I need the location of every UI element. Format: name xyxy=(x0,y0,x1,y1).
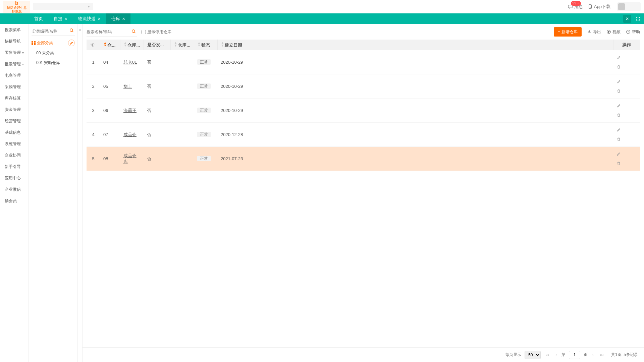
page-next-button[interactable]: › xyxy=(591,353,595,357)
sidebar-item[interactable]: 新手引导 xyxy=(0,161,29,172)
sidebar-item[interactable]: 采购管理 xyxy=(0,81,29,93)
col-deliverable[interactable]: 是否发... xyxy=(144,40,170,50)
sidebar-item-label: 企业协同 xyxy=(5,153,21,158)
company-selector[interactable]: ▾ xyxy=(33,3,93,10)
tab-label: 自提 xyxy=(54,16,62,22)
sidebar-item[interactable]: 资金管理 xyxy=(0,104,29,115)
table-row[interactable]: 104总仓01否正常2020-10-29 xyxy=(87,50,640,74)
warehouse-link[interactable]: 成品仓库 xyxy=(123,153,137,164)
sidebar-item[interactable]: 应用中心 xyxy=(0,172,29,184)
sidebar-item[interactable]: 批发管理▾ xyxy=(0,58,29,70)
plus-icon: + xyxy=(558,29,560,34)
sidebar-item[interactable]: 经营管理 xyxy=(0,115,29,127)
main-sidebar: 搜索菜单快捷导航零售管理▾批发管理▾电商管理采购管理库存核算资金管理经营管理基础… xyxy=(0,24,29,362)
col-name[interactable]: ▲▼仓库... xyxy=(120,40,144,50)
close-icon[interactable]: ✕ xyxy=(64,17,67,21)
video-button[interactable]: 视频 xyxy=(606,29,621,35)
page-input[interactable] xyxy=(569,351,580,359)
messages-button[interactable]: 消息 99 + xyxy=(568,4,583,10)
tab-bar-actions: ✕ xyxy=(623,13,642,24)
edit-icon[interactable] xyxy=(616,55,637,60)
edit-category-button[interactable] xyxy=(68,40,75,46)
close-icon[interactable]: ✕ xyxy=(98,17,101,21)
sidebar-item-label: 快捷导航 xyxy=(5,39,21,44)
delete-icon[interactable] xyxy=(616,161,637,166)
warehouse-link[interactable]: 华圭 xyxy=(123,84,132,89)
cell-created: 2020-12-28 xyxy=(217,123,613,147)
help-button[interactable]: ? 帮助 xyxy=(626,29,640,35)
cell-created: 2020-10-29 xyxy=(217,99,613,123)
table-row[interactable]: 205华圭否正常2020-10-29 xyxy=(87,74,640,99)
warehouse-link[interactable]: 成品仓 xyxy=(123,132,137,137)
toolbar-actions: + 新增仓库 导出 视频 ? 帮助 xyxy=(554,27,640,37)
brand-icon: b xyxy=(15,0,18,6)
col-created[interactable]: ▲▼建立日期 xyxy=(217,40,613,50)
download-button[interactable]: App下载 xyxy=(588,4,610,10)
fullscreen-icon[interactable] xyxy=(634,15,642,23)
delete-icon[interactable] xyxy=(616,113,637,117)
main-area: 全部分类 00 未分类001 安顺仓库 « 显示停用仓 xyxy=(29,24,644,362)
sidebar-item[interactable]: 系统管理 xyxy=(0,138,29,149)
edit-icon[interactable] xyxy=(616,152,637,156)
sidebar-item[interactable]: 零售管理▾ xyxy=(0,47,29,58)
edit-icon[interactable] xyxy=(616,79,637,84)
delete-icon[interactable] xyxy=(616,89,637,93)
tab-首页[interactable]: 首页 xyxy=(29,13,48,24)
all-categories-button[interactable]: 全部分类 xyxy=(32,40,53,46)
edit-icon[interactable] xyxy=(616,104,637,108)
close-icon[interactable]: ✕ xyxy=(122,17,125,21)
edit-icon[interactable] xyxy=(616,128,637,132)
brand-tagline: 畅捷通好生意 xyxy=(7,6,27,9)
cell-ops xyxy=(613,147,640,171)
pagination: 每页显示 50 ⏮ ‹ 第 页 › ⏭ 共1页, 5条记录 xyxy=(83,347,644,362)
col-category[interactable]: ▲▼仓库... xyxy=(170,40,194,50)
cell-created: 2020-10-29 xyxy=(217,50,613,74)
table-row[interactable]: 407成品仓否正常2020-12-28 xyxy=(87,123,640,147)
close-all-tabs-icon[interactable]: ✕ xyxy=(623,15,631,23)
show-disabled-input[interactable] xyxy=(142,30,146,34)
collapse-category-panel[interactable]: « xyxy=(78,24,83,362)
page-prev-button[interactable]: ‹ xyxy=(554,353,558,357)
col-code[interactable]: ▲▼仓... xyxy=(100,40,120,50)
add-warehouse-button[interactable]: + 新增仓库 xyxy=(554,27,582,37)
sidebar-item[interactable]: 快捷导航 xyxy=(0,36,29,47)
warehouse-link[interactable]: 海霸王 xyxy=(123,108,137,113)
status-badge: 正常 xyxy=(197,132,211,137)
video-label: 视频 xyxy=(612,29,621,35)
tab-仓库[interactable]: 仓库✕ xyxy=(106,13,130,24)
per-page-select[interactable]: 50 xyxy=(525,351,541,359)
cell-index: 2 xyxy=(87,74,100,99)
table-row[interactable]: 508成品仓库否正常2021-07-23 xyxy=(87,147,640,171)
tab-物流快递[interactable]: 物流快递✕ xyxy=(73,13,106,24)
category-search-input[interactable] xyxy=(32,27,75,36)
tab-自提[interactable]: 自提✕ xyxy=(48,13,73,24)
sidebar-item[interactable]: 企业协同 xyxy=(0,149,29,161)
sidebar-item[interactable]: 电商管理 xyxy=(0,70,29,81)
delete-icon[interactable] xyxy=(616,137,637,141)
delete-icon[interactable] xyxy=(616,65,637,69)
search-icon[interactable] xyxy=(69,28,74,33)
warehouse-link[interactable]: 总仓01 xyxy=(123,60,137,65)
workspace: 搜索菜单快捷导航零售管理▾批发管理▾电商管理采购管理库存核算资金管理经营管理基础… xyxy=(0,24,644,362)
sidebar-item-label: 批发管理 xyxy=(5,61,21,67)
search-icon[interactable] xyxy=(131,29,136,34)
sidebar-item[interactable]: 企业微信 xyxy=(0,184,29,195)
table-row[interactable]: 306海霸王否正常2020-10-29 xyxy=(87,99,640,123)
col-settings[interactable] xyxy=(87,40,100,50)
content-area: 显示停用仓库 + 新增仓库 导出 视频 xyxy=(83,24,644,362)
export-button[interactable]: 导出 xyxy=(587,29,601,35)
col-status[interactable]: ▲▼状态 xyxy=(194,40,217,50)
page-first-button[interactable]: ⏮ xyxy=(544,353,551,357)
show-disabled-checkbox[interactable]: 显示停用仓库 xyxy=(142,29,171,35)
content-search-input[interactable] xyxy=(87,27,137,37)
sidebar-item[interactable]: 畅会员 xyxy=(0,195,29,206)
sidebar-item[interactable]: 库存核算 xyxy=(0,93,29,104)
page-last-button[interactable]: ⏭ xyxy=(598,353,605,357)
sidebar-item[interactable]: 搜索菜单 xyxy=(0,24,29,36)
cell-name: 总仓01 xyxy=(120,50,144,74)
user-avatar[interactable] xyxy=(617,2,641,11)
category-item[interactable]: 00 未分类 xyxy=(29,48,77,58)
cell-status: 正常 xyxy=(194,123,217,147)
category-item[interactable]: 001 安顺仓库 xyxy=(29,58,77,68)
sidebar-item[interactable]: 基础信息 xyxy=(0,127,29,138)
